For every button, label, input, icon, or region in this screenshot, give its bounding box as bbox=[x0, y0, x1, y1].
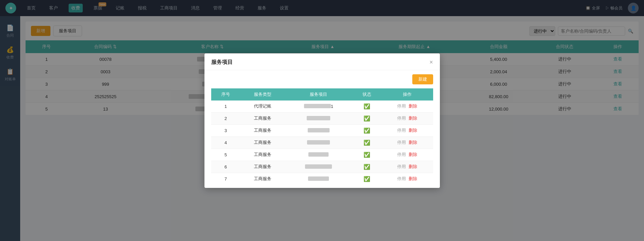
disable-button[interactable]: 停用 bbox=[397, 115, 406, 121]
delete-button[interactable]: 删除 bbox=[409, 103, 417, 109]
modal-cell-actions[interactable]: 停用 删除 bbox=[382, 101, 433, 113]
modal-table-row: 5 工商服务 ✅ 停用 删除 bbox=[211, 149, 433, 161]
modal-cell-seq: 3 bbox=[211, 124, 240, 136]
modal-cell-status: ✅ bbox=[352, 136, 382, 149]
modal-cell-actions[interactable]: 停用 删除 bbox=[382, 173, 433, 183]
modal-cell-item bbox=[285, 161, 352, 173]
modal-cell-status: ✅ bbox=[352, 161, 382, 173]
delete-button[interactable]: 删除 bbox=[409, 164, 417, 170]
delete-button[interactable]: 删除 bbox=[409, 127, 417, 133]
status-active-icon: ✅ bbox=[364, 116, 370, 121]
status-active-icon: ✅ bbox=[364, 152, 370, 158]
modal-col-seq: 序号 bbox=[211, 88, 240, 101]
modal-cell-type: 代理记账 bbox=[240, 101, 285, 113]
modal-service-items: 服务项目 × 新建 序号 服务类型 服务项目 状态 操作 bbox=[204, 53, 440, 188]
modal-cell-status: ✅ bbox=[352, 173, 382, 183]
status-active-icon: ✅ bbox=[364, 176, 370, 182]
disable-button[interactable]: 停用 bbox=[397, 127, 406, 133]
modal-table-row: 2 工商服务 ✅ 停用 删除 bbox=[211, 112, 433, 124]
modal-cell-seq: 5 bbox=[211, 149, 240, 161]
overlay[interactable]: 服务项目 × 新建 序号 服务类型 服务项目 状态 操作 bbox=[0, 0, 644, 241]
modal-cell-status: ✅ bbox=[352, 124, 382, 136]
delete-button[interactable]: 删除 bbox=[409, 152, 417, 158]
modal-cell-type: 工商服务 bbox=[240, 124, 285, 136]
modal-header: 服务项目 × bbox=[204, 53, 440, 70]
modal-table-row: 4 工商服务 ✅ 停用 删除 bbox=[211, 136, 433, 149]
modal-table: 序号 服务类型 服务项目 状态 操作 1 代理记账 1 ✅ 停用 删除 2 bbox=[211, 88, 433, 183]
modal-col-status: 状态 bbox=[352, 88, 382, 101]
modal-toolbar: 新建 bbox=[211, 74, 433, 84]
delete-button[interactable]: 删除 bbox=[409, 115, 417, 121]
disable-button[interactable]: 停用 bbox=[397, 176, 406, 182]
modal-cell-type: 工商服务 bbox=[240, 149, 285, 161]
modal-cell-status: ✅ bbox=[352, 112, 382, 124]
modal-cell-item bbox=[285, 124, 352, 136]
modal-cell-actions[interactable]: 停用 删除 bbox=[382, 124, 433, 136]
modal-cell-item bbox=[285, 149, 352, 161]
modal-cell-item bbox=[285, 136, 352, 149]
modal-col-type: 服务类型 bbox=[240, 88, 285, 101]
status-active-icon: ✅ bbox=[364, 128, 370, 133]
modal-cell-seq: 7 bbox=[211, 173, 240, 183]
modal-cell-status: ✅ bbox=[352, 101, 382, 113]
modal-table-row: 6 工商服务 ✅ 停用 删除 bbox=[211, 161, 433, 173]
disable-button[interactable]: 停用 bbox=[397, 139, 406, 146]
modal-cell-seq: 2 bbox=[211, 112, 240, 124]
status-active-icon: ✅ bbox=[364, 164, 370, 170]
modal-cell-seq: 1 bbox=[211, 101, 240, 113]
modal-table-row: 3 工商服务 ✅ 停用 删除 bbox=[211, 124, 433, 136]
modal-scroll-area[interactable]: 序号 服务类型 服务项目 状态 操作 1 代理记账 1 ✅ 停用 删除 2 bbox=[211, 88, 433, 183]
modal-body: 新建 序号 服务类型 服务项目 状态 操作 1 代理记账 bbox=[204, 70, 440, 188]
modal-col-action: 操作 bbox=[382, 88, 433, 101]
disable-button[interactable]: 停用 bbox=[397, 164, 406, 170]
modal-cell-actions[interactable]: 停用 删除 bbox=[382, 149, 433, 161]
modal-table-row: 7 工商服务 ✅ 停用 删除 bbox=[211, 173, 433, 183]
modal-cell-actions[interactable]: 停用 删除 bbox=[382, 112, 433, 124]
disable-button[interactable]: 停用 bbox=[397, 152, 406, 158]
modal-cell-item bbox=[285, 112, 352, 124]
modal-new-button[interactable]: 新建 bbox=[412, 74, 433, 84]
modal-cell-seq: 4 bbox=[211, 136, 240, 149]
modal-cell-actions[interactable]: 停用 删除 bbox=[382, 136, 433, 149]
modal-cell-item: 1 bbox=[285, 101, 352, 113]
modal-cell-type: 工商服务 bbox=[240, 161, 285, 173]
delete-button[interactable]: 删除 bbox=[409, 139, 417, 146]
modal-table-row: 1 代理记账 1 ✅ 停用 删除 bbox=[211, 101, 433, 113]
modal-cell-type: 工商服务 bbox=[240, 173, 285, 183]
status-active-icon: ✅ bbox=[364, 104, 370, 109]
modal-cell-actions[interactable]: 停用 删除 bbox=[382, 161, 433, 173]
modal-cell-item bbox=[285, 173, 352, 183]
disable-button[interactable]: 停用 bbox=[397, 103, 406, 109]
modal-col-item: 服务项目 bbox=[285, 88, 352, 101]
modal-cell-type: 工商服务 bbox=[240, 112, 285, 124]
modal-cell-status: ✅ bbox=[352, 149, 382, 161]
delete-button[interactable]: 删除 bbox=[409, 176, 417, 182]
modal-cell-type: 工商服务 bbox=[240, 136, 285, 149]
modal-title: 服务项目 bbox=[211, 59, 233, 66]
status-active-icon: ✅ bbox=[364, 140, 370, 146]
modal-close-button[interactable]: × bbox=[429, 59, 433, 66]
modal-cell-seq: 6 bbox=[211, 161, 240, 173]
